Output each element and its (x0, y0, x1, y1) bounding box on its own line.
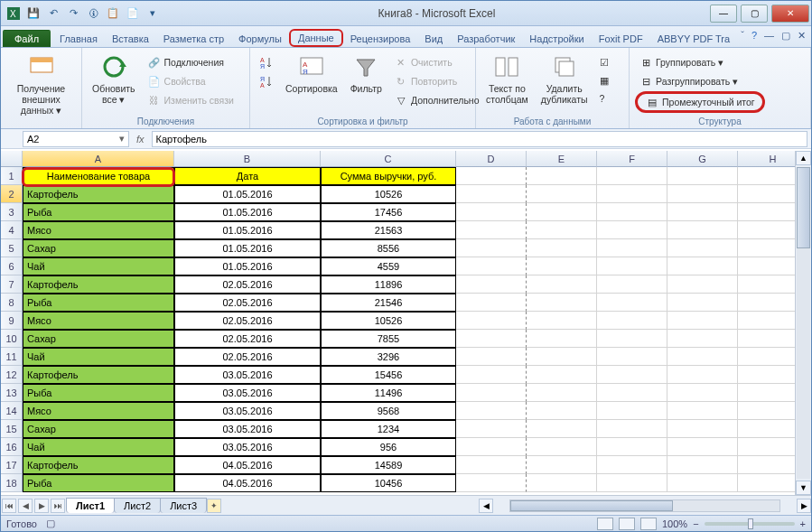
empty-cell[interactable] (597, 366, 667, 384)
col-header-F[interactable]: F (597, 151, 667, 167)
row-header-4[interactable]: 4 (1, 221, 23, 239)
empty-cell[interactable] (667, 257, 738, 275)
cell-a-17[interactable]: Картофель (23, 456, 174, 474)
consolidate-icon[interactable]: ▦ (596, 73, 612, 88)
cell-b-5[interactable]: 01.05.2016 (174, 239, 321, 257)
empty-cell[interactable] (667, 185, 738, 203)
empty-cell[interactable] (597, 438, 667, 456)
cell-a-14[interactable]: Мясо (23, 402, 174, 420)
cell-c-8[interactable]: 21546 (321, 294, 456, 312)
save-icon[interactable]: 💾 (24, 5, 42, 23)
empty-cell[interactable] (597, 221, 667, 239)
sheet-nav-last-icon[interactable]: ⏭ (51, 499, 65, 513)
tab-вид[interactable]: Вид (417, 30, 450, 47)
empty-cell[interactable] (527, 384, 597, 402)
empty-cell[interactable] (597, 294, 667, 312)
formula-input[interactable] (152, 131, 807, 147)
text-to-columns-button[interactable]: Текст по столбцам (481, 50, 533, 107)
cell-a-9[interactable]: Мясо (23, 312, 174, 330)
sheet-nav-next-icon[interactable]: ▶ (34, 499, 49, 513)
maximize-button[interactable]: ▢ (741, 5, 768, 23)
zoom-slider[interactable] (705, 522, 795, 526)
cell-c-18[interactable]: 10456 (321, 474, 456, 492)
empty-cell[interactable] (667, 239, 738, 257)
cell-c-3[interactable]: 17456 (321, 203, 456, 221)
tab-foxit pdf[interactable]: Foxit PDF (592, 30, 650, 47)
col-header-G[interactable]: G (667, 151, 738, 167)
empty-cell[interactable] (456, 438, 527, 456)
row-header-15[interactable]: 15 (1, 420, 23, 438)
empty-cell[interactable] (597, 384, 667, 402)
empty-cell[interactable] (597, 239, 667, 257)
cell-a-7[interactable]: Картофель (23, 275, 174, 294)
cell-a-12[interactable]: Картофель (23, 366, 174, 384)
row-header-5[interactable]: 5 (1, 239, 23, 257)
tab-abbyy pdf tra[interactable]: ABBYY PDF Tra (650, 30, 738, 47)
empty-cell[interactable] (597, 348, 667, 366)
row-header-7[interactable]: 7 (1, 275, 23, 294)
scroll-right-icon[interactable]: ▶ (797, 499, 811, 513)
tab-разметка стр[interactable]: Разметка стр (156, 30, 231, 47)
empty-cell[interactable] (667, 348, 738, 366)
empty-cell[interactable] (527, 402, 597, 420)
empty-cell[interactable] (456, 185, 527, 203)
cell-b-6[interactable]: 01.05.2016 (174, 257, 321, 275)
row-header-3[interactable]: 3 (1, 203, 23, 221)
cell-a-15[interactable]: Сахар (23, 420, 174, 438)
cell-a-3[interactable]: Рыба (23, 203, 174, 221)
row-header-8[interactable]: 8 (1, 294, 23, 312)
doc-min-icon[interactable]: — (764, 30, 774, 42)
col-header-C[interactable]: C (321, 151, 456, 167)
vertical-scrollbar[interactable]: ▲ ▼ (795, 151, 811, 495)
doc-close-icon[interactable]: ✕ (798, 30, 806, 42)
view-layout-icon[interactable] (619, 518, 635, 530)
empty-cell[interactable] (456, 294, 527, 312)
cell-b-3[interactable]: 01.05.2016 (174, 203, 321, 221)
empty-cell[interactable] (456, 402, 527, 420)
qat-more-icon[interactable]: ▾ (144, 5, 162, 23)
sort-za-button[interactable]: ЯА (256, 72, 277, 90)
cell-b-12[interactable]: 03.05.2016 (174, 366, 321, 384)
row-header-17[interactable]: 17 (1, 456, 23, 474)
select-all-corner[interactable] (1, 151, 23, 167)
name-box[interactable]: ▾ (23, 131, 129, 147)
empty-cell[interactable] (597, 474, 667, 492)
cell-c-12[interactable]: 15456 (321, 366, 456, 384)
excel-icon[interactable]: X (5, 5, 23, 23)
empty-cell[interactable] (456, 330, 527, 348)
empty-cell[interactable] (597, 420, 667, 438)
empty-cell[interactable] (527, 474, 597, 492)
empty-cell[interactable] (527, 275, 597, 294)
cell-c-7[interactable]: 11896 (321, 275, 456, 294)
tab-надстройки[interactable]: Надстройки (522, 30, 591, 47)
view-normal-icon[interactable] (597, 518, 613, 530)
filter-button[interactable]: Фильтр (346, 50, 387, 97)
name-box-input[interactable] (27, 134, 98, 145)
empty-cell[interactable] (527, 239, 597, 257)
col-header-B[interactable]: B (174, 151, 321, 167)
close-button[interactable]: ✕ (771, 5, 809, 23)
cell-b-9[interactable]: 02.05.2016 (174, 312, 321, 330)
tab-вставка[interactable]: Вставка (105, 30, 156, 47)
sort-az-button[interactable]: АЯ (256, 53, 277, 71)
empty-cell[interactable] (667, 366, 738, 384)
empty-cell[interactable] (597, 203, 667, 221)
empty-cell[interactable] (527, 312, 597, 330)
cell-b-18[interactable]: 04.05.2016 (174, 474, 321, 492)
cell-a-11[interactable]: Чай (23, 348, 174, 366)
tab-формулы[interactable]: Формулы (231, 30, 289, 47)
empty-cell[interactable] (456, 456, 527, 474)
empty-cell[interactable] (456, 420, 527, 438)
vscroll-thumb[interactable] (797, 167, 810, 248)
empty-cell[interactable] (667, 402, 738, 420)
hscroll-thumb[interactable] (510, 500, 673, 511)
worksheet-grid[interactable]: ABCDEFGHI1Наименование товараДатаСумма в… (1, 151, 811, 495)
empty-cell[interactable] (667, 312, 738, 330)
cell-c-11[interactable]: 3296 (321, 348, 456, 366)
empty-cell[interactable] (597, 330, 667, 348)
subtotal-button[interactable]: ▤Промежуточный итог (635, 91, 765, 113)
cell-c-2[interactable]: 10526 (321, 185, 456, 203)
qat-btn-5[interactable]: 📋 (104, 5, 122, 23)
cell-c-5[interactable]: 8556 (321, 239, 456, 257)
clear-filter-button[interactable]: ✕Очистить (390, 53, 483, 71)
